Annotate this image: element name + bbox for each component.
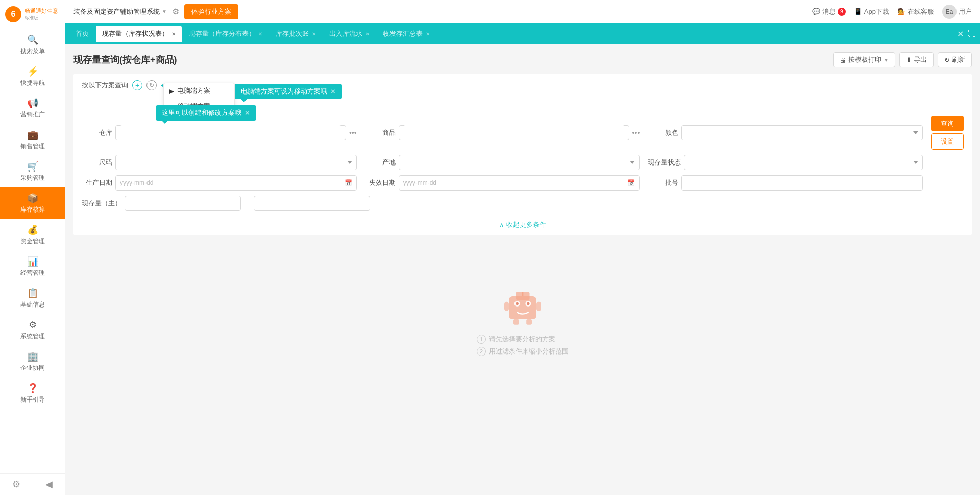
origin-select[interactable] <box>399 155 640 170</box>
sidebar-item-label: 企业协同 <box>20 364 45 372</box>
system-title-select[interactable]: 装备及固定资产辅助管理系统 ▼ <box>74 7 167 16</box>
export-button[interactable]: ⬇ 导出 <box>899 52 934 67</box>
filter-field-stock-status: 现存量状态 <box>648 155 923 170</box>
expdate-label: 失效日期 <box>365 178 396 187</box>
search-icon: 🔍 <box>27 34 38 45</box>
sidebar-item-enterprise[interactable]: 🏢 企业协同 <box>0 346 65 378</box>
step-1-text: 请先选择要分析的方案 <box>489 335 555 344</box>
warehouse-more-icon[interactable]: ••• <box>349 129 357 137</box>
collapse-sidebar-icon[interactable]: ◀ <box>45 479 53 490</box>
message-button[interactable]: 💬 消息 9 <box>812 7 846 16</box>
export-label: 导出 <box>914 55 927 64</box>
tab-close-icon[interactable]: ✕ <box>258 31 262 37</box>
collapse-up-icon: ∧ <box>499 221 504 229</box>
finance-icon: 💰 <box>27 224 38 235</box>
stock-main-max-input[interactable] <box>254 196 370 211</box>
scheme-pill-close-button[interactable]: ✕ <box>330 88 336 96</box>
sidebar-item-purchase[interactable]: 🛒 采购管理 <box>0 156 65 187</box>
page-title-bar: 现存量查询(按仓库+商品) 🖨 按模板打印 ▼ ⬇ 导出 ↻ 刷新 <box>74 52 972 67</box>
refresh-icon: ↻ <box>944 56 950 64</box>
query-button[interactable]: 查询 <box>931 116 964 131</box>
batchno-input[interactable] <box>681 175 923 191</box>
step-num-1: 1 <box>477 335 486 344</box>
header-right: 💬 消息 9 📱 App下载 💁 在线客服 Ea 用户 <box>812 5 972 19</box>
sidebar-item-finance[interactable]: 💰 资金管理 <box>0 219 65 251</box>
print-button[interactable]: 🖨 按模板打印 ▼ <box>833 52 895 67</box>
batchno-label: 批号 <box>648 178 678 187</box>
sidebar-item-search[interactable]: 🔍 搜索菜单 <box>0 29 65 61</box>
inventory-icon: 📦 <box>27 193 38 204</box>
filter-field-goods: 商品 ••• <box>365 125 640 140</box>
tab-inventory-dist[interactable]: 现存量（库存分布表） ✕ <box>183 26 268 42</box>
app-download-button[interactable]: 📱 App下载 <box>854 7 889 16</box>
empty-illustration <box>500 282 546 328</box>
proddate-range: yyyy-mm-dd 📅 <box>115 175 357 191</box>
refresh-button[interactable]: ↻ 刷新 <box>938 52 972 67</box>
tab-collect-summary-label: 收发存汇总表 <box>383 29 423 38</box>
sidebar-item-marketing[interactable]: 📢 营销推广 <box>0 92 65 124</box>
tab-home-label: 首页 <box>76 29 89 38</box>
scheme-edit-close-button[interactable]: ✕ <box>244 109 250 117</box>
stock-main-min-input[interactable] <box>125 196 241 211</box>
tab-close-icon[interactable]: ✕ <box>365 31 370 37</box>
sidebar-item-label: 库存核算 <box>20 205 45 214</box>
tab-close-all-icon[interactable]: ✕ <box>957 29 964 39</box>
filter-field-size: 尺码 <box>82 155 357 170</box>
tab-close-icon[interactable]: ✕ <box>312 31 316 37</box>
stock-status-select[interactable] <box>684 155 923 170</box>
goods-more-icon[interactable]: ••• <box>632 129 640 137</box>
tab-close-icon[interactable]: ✕ <box>426 31 430 37</box>
tab-close-icon[interactable]: ✕ <box>172 31 176 37</box>
scheme-tree-item-label: 电脑端方案 <box>177 86 210 96</box>
goods-input[interactable] <box>403 125 625 140</box>
online-service-button[interactable]: 💁 在线客服 <box>897 7 934 16</box>
sidebar-item-newguide[interactable]: ❓ 新手引导 <box>0 378 65 409</box>
collapse-label: 收起更多条件 <box>506 220 546 229</box>
user-avatar: Ea <box>942 5 957 19</box>
sidebar-item-sales[interactable]: 💼 销售管理 <box>0 124 65 156</box>
filter-content-wrapper: 按以下方案查询 + ↻ ⟵⟵ ● ▶ 电脑端方案 ▶ 移动端 <box>82 80 964 229</box>
expdate-start[interactable]: yyyy-mm-dd 📅 <box>399 175 640 191</box>
filter-row-1: 仓库 ••• 商品 ••• <box>82 116 964 150</box>
filter-add-button[interactable]: + <box>132 80 142 90</box>
sidebar-item-baseinfo[interactable]: 📋 基础信息 <box>0 282 65 314</box>
empty-step-2: 2 用过滤条件来缩小分析范围 <box>477 347 569 356</box>
user-label: 用户 <box>959 7 972 16</box>
sidebar-item-inventory[interactable]: 📦 库存核算 <box>0 187 65 219</box>
reset-button[interactable]: 设置 <box>931 133 964 150</box>
size-select[interactable] <box>115 155 357 170</box>
step-num-2: 2 <box>477 347 486 356</box>
settings-icon[interactable]: ⚙ <box>172 7 179 16</box>
step-2-text: 用过滤条件来缩小分析范围 <box>489 347 569 356</box>
print-icon: 🖨 <box>840 56 846 64</box>
tab-collect-summary[interactable]: 收发存汇总表 ✕ <box>377 26 436 42</box>
goods-input-wrapper <box>399 125 629 140</box>
trial-button[interactable]: 体验行业方案 <box>184 4 238 19</box>
proddate-start[interactable]: yyyy-mm-dd 📅 <box>115 175 357 191</box>
message-label: 消息 <box>822 7 836 16</box>
sidebar-item-system[interactable]: ⚙ 系统管理 <box>0 314 65 346</box>
tab-inventory-batch[interactable]: 库存批次账 ✕ <box>270 26 322 42</box>
color-select[interactable] <box>681 125 923 140</box>
settings-bottom-icon[interactable]: ⚙ <box>12 479 20 490</box>
newguide-icon: ❓ <box>27 383 38 394</box>
tab-maximize-icon[interactable]: ⛶ <box>968 29 976 38</box>
sidebar-item-operations[interactable]: 📊 经营管理 <box>0 251 65 282</box>
tab-inventory-status[interactable]: 现存量（库存状况表） ✕ <box>96 26 182 42</box>
warehouse-input[interactable] <box>120 125 341 140</box>
svg-point-5 <box>516 302 519 305</box>
sidebar-item-quicknav[interactable]: ⚡ 快捷导航 <box>0 61 65 92</box>
tab-home[interactable]: 首页 <box>69 26 95 42</box>
scheme-tree-desktop[interactable]: ▶ 电脑端方案 <box>164 83 234 99</box>
tab-inventory-status-label: 现存量（库存状况表） <box>102 29 168 38</box>
empty-step-1: 1 请先选择要分析的方案 <box>477 335 569 344</box>
filter-row-4: 现存量（主） — <box>82 196 964 211</box>
filter-rows-container: 仓库 ••• 商品 ••• <box>82 116 964 211</box>
user-menu-button[interactable]: Ea 用户 <box>942 5 972 19</box>
system-title: 装备及固定资产辅助管理系统 <box>74 7 160 16</box>
sales-icon: 💼 <box>27 129 38 140</box>
filter-refresh-button[interactable]: ↻ <box>146 80 157 90</box>
sidebar: 6 畅通通好生意 标准版 🔍 搜索菜单 ⚡ 快捷导航 📢 营销推广 💼 销售管理… <box>0 0 65 495</box>
tab-inout-flow[interactable]: 出入库流水 ✕ <box>323 26 376 42</box>
collapse-button[interactable]: ∧ 收起更多条件 <box>499 220 546 229</box>
